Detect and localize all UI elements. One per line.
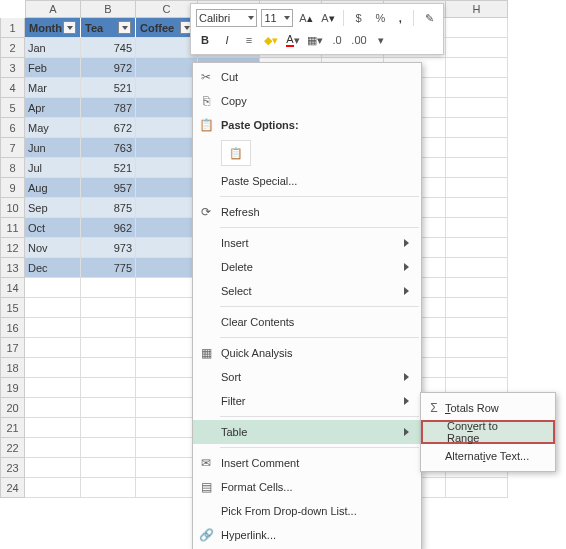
cell[interactable] [25, 378, 81, 398]
row-header[interactable]: 17 [0, 338, 25, 358]
decimal-dec-icon[interactable]: .00 [350, 31, 368, 49]
value-cell[interactable]: 972 [81, 58, 136, 78]
cell[interactable] [446, 18, 508, 38]
value-cell[interactable]: 875 [81, 198, 136, 218]
row-header[interactable]: 6 [0, 118, 25, 138]
row-header[interactable]: 16 [0, 318, 25, 338]
merge-icon[interactable]: ▾ [372, 31, 390, 49]
value-cell[interactable]: 957 [81, 178, 136, 198]
value-cell[interactable]: 763 [81, 138, 136, 158]
month-cell[interactable]: Apr [25, 98, 81, 118]
row-header[interactable]: 2 [0, 38, 25, 58]
value-cell[interactable]: 775 [81, 258, 136, 278]
menu-paste-special[interactable]: Paste Special... [193, 169, 421, 193]
month-cell[interactable]: Jan [25, 38, 81, 58]
value-cell[interactable] [136, 198, 198, 218]
percent-icon[interactable]: % [372, 9, 390, 27]
increase-font-icon[interactable]: A▴ [297, 9, 315, 27]
cell[interactable] [446, 218, 508, 238]
cell[interactable] [25, 358, 81, 378]
cell[interactable] [136, 378, 198, 398]
cell[interactable] [446, 178, 508, 198]
table-header[interactable]: Month [25, 18, 81, 38]
font-color-icon[interactable]: A▾ [284, 31, 302, 49]
cell[interactable] [136, 418, 198, 438]
cell[interactable] [446, 38, 508, 58]
value-cell[interactable] [136, 178, 198, 198]
cell[interactable] [81, 438, 136, 458]
format-painter-icon[interactable]: ✎ [420, 9, 438, 27]
border-icon[interactable]: ▦▾ [306, 31, 324, 49]
cell[interactable] [136, 398, 198, 418]
cell[interactable] [136, 458, 198, 478]
cell[interactable] [81, 398, 136, 418]
value-cell[interactable] [136, 158, 198, 178]
col-header[interactable]: C [136, 0, 198, 18]
row-header[interactable]: 13 [0, 258, 25, 278]
value-cell[interactable] [136, 238, 198, 258]
cell[interactable] [446, 138, 508, 158]
row-header[interactable]: 4 [0, 78, 25, 98]
cell[interactable] [136, 478, 198, 498]
cell[interactable] [446, 478, 508, 498]
paste-button[interactable]: 📋 [221, 140, 251, 166]
cell[interactable] [136, 338, 198, 358]
table-header[interactable]: Tea [81, 18, 136, 38]
value-cell[interactable] [136, 38, 198, 58]
value-cell[interactable]: 962 [81, 218, 136, 238]
cell[interactable] [81, 478, 136, 498]
fill-color-icon[interactable]: ◆▾ [262, 31, 280, 49]
cell[interactable] [81, 358, 136, 378]
decimal-inc-icon[interactable]: .0 [328, 31, 346, 49]
currency-icon[interactable]: $ [350, 9, 368, 27]
cell[interactable] [25, 338, 81, 358]
row-header[interactable]: 19 [0, 378, 25, 398]
cell[interactable] [81, 418, 136, 438]
value-cell[interactable] [136, 98, 198, 118]
row-header[interactable]: 21 [0, 418, 25, 438]
row-header[interactable]: 23 [0, 458, 25, 478]
row-header[interactable]: 1 [0, 18, 25, 38]
cell[interactable] [136, 358, 198, 378]
menu-hyperlink[interactable]: 🔗Hyperlink... [193, 523, 421, 547]
cell[interactable] [446, 158, 508, 178]
row-header[interactable]: 15 [0, 298, 25, 318]
row-header[interactable]: 18 [0, 358, 25, 378]
month-cell[interactable]: Oct [25, 218, 81, 238]
cell[interactable] [25, 398, 81, 418]
comma-icon[interactable]: , [393, 9, 407, 27]
col-header[interactable]: A [25, 0, 81, 18]
submenu-totals-row[interactable]: ΣTotals Row [421, 396, 555, 420]
value-cell[interactable]: 521 [81, 78, 136, 98]
row-header[interactable]: 10 [0, 198, 25, 218]
month-cell[interactable]: Mar [25, 78, 81, 98]
value-cell[interactable]: 787 [81, 98, 136, 118]
menu-format-cells[interactable]: ▤Format Cells... [193, 475, 421, 499]
value-cell[interactable] [136, 138, 198, 158]
cell[interactable] [446, 78, 508, 98]
month-cell[interactable]: Jul [25, 158, 81, 178]
row-header[interactable]: 14 [0, 278, 25, 298]
menu-insert-comment[interactable]: ✉Insert Comment [193, 451, 421, 475]
font-select[interactable]: Calibri [196, 9, 257, 27]
row-header[interactable]: 8 [0, 158, 25, 178]
menu-delete[interactable]: Delete [193, 255, 421, 279]
cell[interactable] [446, 238, 508, 258]
value-cell[interactable] [136, 218, 198, 238]
row-header[interactable]: 20 [0, 398, 25, 418]
cell[interactable] [446, 258, 508, 278]
cell[interactable] [446, 278, 508, 298]
menu-quick-analysis[interactable]: ▦Quick Analysis [193, 341, 421, 365]
row-header[interactable]: 12 [0, 238, 25, 258]
month-cell[interactable]: Aug [25, 178, 81, 198]
value-cell[interactable] [136, 58, 198, 78]
month-cell[interactable]: Jun [25, 138, 81, 158]
cell[interactable] [446, 118, 508, 138]
value-cell[interactable]: 745 [81, 38, 136, 58]
font-size-select[interactable]: 11 [261, 9, 293, 27]
italic-icon[interactable]: I [218, 31, 236, 49]
value-cell[interactable]: 973 [81, 238, 136, 258]
menu-table[interactable]: Table [193, 420, 421, 444]
menu-filter[interactable]: Filter [193, 389, 421, 413]
table-header[interactable]: Coffee [136, 18, 198, 38]
